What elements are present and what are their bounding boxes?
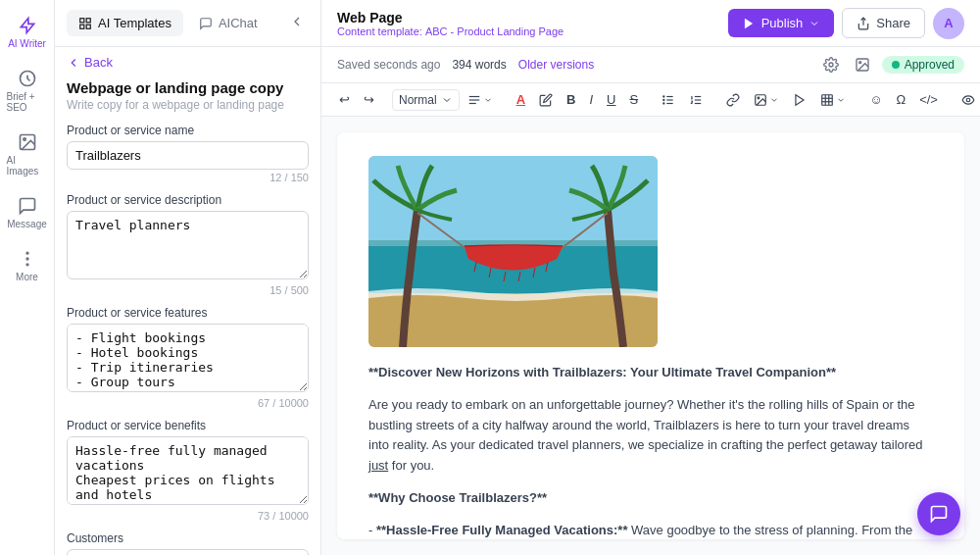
product-name-counter: 12 / 150: [67, 172, 309, 183]
nav-item-more[interactable]: More: [3, 241, 52, 290]
share-button[interactable]: Share: [842, 8, 925, 38]
content-heading: **Discover New Horizons with Trailblazer…: [368, 363, 933, 383]
saved-text: Saved seconds ago: [337, 58, 440, 72]
content-bullet1: - **Hassle-Free Fully Managed Vacations:…: [368, 521, 933, 539]
collapse-sidebar-button[interactable]: [285, 10, 309, 36]
svg-rect-9: [80, 25, 84, 28]
svg-point-22: [663, 102, 664, 103]
customers-label: Customers: [67, 531, 309, 545]
strikethrough-button[interactable]: S: [623, 88, 644, 111]
svg-point-11: [829, 63, 833, 67]
nav-label-ai-writer: AI Writer: [8, 38, 46, 49]
svg-point-3: [26, 252, 28, 254]
status-dot: [892, 61, 900, 69]
paint-button[interactable]: [956, 89, 980, 111]
underline-button[interactable]: U: [601, 88, 621, 111]
image-icon-button[interactable]: [851, 53, 874, 76]
editor-wrapper: Saved seconds ago 394 words Older versio…: [321, 47, 980, 555]
tab-aichat[interactable]: AIChat: [187, 10, 270, 36]
highlight-button[interactable]: [533, 89, 559, 111]
tab-ai-templates[interactable]: AI Templates: [67, 10, 183, 36]
product-desc-counter: 15 / 500: [67, 284, 309, 296]
sidebar-back-button[interactable]: Back: [55, 47, 320, 70]
svg-rect-29: [822, 94, 833, 105]
svg-point-13: [858, 62, 860, 64]
content-para1: Are you ready to embark on an unforgetta…: [368, 395, 933, 477]
status-label: Approved: [905, 58, 955, 72]
svg-rect-7: [86, 18, 90, 22]
chat-fab-button[interactable]: [917, 492, 960, 535]
page-title: Web Page: [337, 10, 564, 25]
content-template-info: Content template: ABC - Product Landing …: [337, 25, 564, 37]
svg-point-20: [663, 95, 664, 96]
special-char-button[interactable]: Ω: [890, 88, 911, 111]
nav-label-brief-seo: Brief + SEO: [7, 91, 48, 113]
user-avatar[interactable]: A: [933, 8, 964, 39]
product-desc-label: Product or service description: [67, 193, 309, 207]
nav-item-message[interactable]: Message: [3, 188, 52, 237]
editor-meta-left: Saved seconds ago 394 words Older versio…: [337, 58, 594, 72]
editor-meta-bar: Saved seconds ago 394 words Older versio…: [321, 47, 980, 83]
editor-toolbar: ↩ ↪ Normal A B I U S: [321, 83, 980, 117]
svg-point-5: [26, 264, 28, 266]
tab-ai-templates-label: AI Templates: [98, 16, 172, 30]
numbered-list-button[interactable]: [683, 89, 709, 111]
content-heading2: **Why Choose Trailblazers?**: [368, 488, 933, 509]
svg-point-2: [23, 138, 24, 141]
older-versions-link[interactable]: Older versions: [518, 58, 594, 72]
undo-button[interactable]: ↩: [333, 88, 356, 111]
nav-item-ai-writer[interactable]: AI Writer: [3, 8, 52, 57]
product-features-input[interactable]: - Flight bookings - Hotel bookings - Tri…: [67, 324, 309, 392]
align-button[interactable]: [462, 89, 499, 111]
product-desc-input[interactable]: Travel planners: [67, 211, 309, 279]
product-benefits-counter: 73 / 10000: [67, 510, 309, 522]
customers-input[interactable]: [67, 549, 309, 555]
back-label: Back: [84, 55, 113, 70]
nav-label-more: More: [16, 272, 38, 282]
form-subtitle: Write copy for a webpage or landing page: [67, 98, 309, 112]
editor-content[interactable]: **Discover New Horizons with Trailblazer…: [337, 132, 964, 539]
tab-aichat-label: AIChat: [219, 16, 258, 30]
settings-icon-button[interactable]: [819, 53, 843, 76]
link-button[interactable]: [720, 89, 746, 111]
style-select[interactable]: Normal: [392, 89, 460, 111]
beach-svg: [368, 156, 658, 347]
sidebar-tabs: AI Templates AIChat: [67, 10, 270, 36]
share-label: Share: [876, 16, 910, 30]
status-badge: Approved: [882, 56, 964, 74]
content-image: [368, 156, 658, 347]
editor-meta-right: Approved: [819, 53, 964, 76]
bullet-list-button[interactable]: [656, 89, 681, 111]
redo-button[interactable]: ↪: [358, 88, 380, 111]
nav-item-brief-seo[interactable]: Brief + SEO: [3, 61, 52, 121]
emoji-button[interactable]: ☺: [863, 88, 888, 111]
code-button[interactable]: </>: [913, 88, 944, 111]
main-area: Web Page Content template: ABC - Product…: [321, 0, 980, 555]
svg-rect-8: [86, 25, 90, 28]
nav-item-ai-images[interactable]: AI Images: [3, 125, 52, 184]
left-navigation: AI Writer Brief + SEO AI Images Message …: [0, 0, 55, 555]
svg-point-4: [26, 258, 28, 260]
italic-button[interactable]: I: [583, 88, 599, 111]
editor-text-content[interactable]: **Discover New Horizons with Trailblazer…: [368, 363, 933, 539]
svg-point-27: [758, 97, 760, 99]
product-features-label: Product or service features: [67, 306, 309, 320]
bold-button[interactable]: B: [561, 88, 581, 111]
product-name-label: Product or service name: [67, 124, 309, 137]
svg-point-34: [966, 98, 970, 102]
top-bar: Web Page Content template: ABC - Product…: [321, 0, 980, 47]
media-button[interactable]: [748, 89, 785, 111]
top-bar-actions: Publish Share A: [728, 8, 964, 39]
text-color-button[interactable]: A: [511, 88, 531, 111]
svg-rect-6: [80, 18, 84, 22]
play-button[interactable]: [787, 89, 812, 111]
form-title: Webpage or landing page copy: [67, 79, 309, 96]
product-name-input[interactable]: [67, 141, 309, 170]
top-bar-left: Web Page Content template: ABC - Product…: [337, 10, 564, 37]
publish-button[interactable]: Publish: [728, 9, 835, 37]
word-count: 394 words: [452, 58, 506, 72]
table-button[interactable]: [814, 89, 852, 111]
style-label: Normal: [399, 93, 437, 107]
publish-label: Publish: [761, 16, 804, 30]
product-benefits-input[interactable]: Hassle-free fully managed vacations Chea…: [67, 436, 309, 505]
